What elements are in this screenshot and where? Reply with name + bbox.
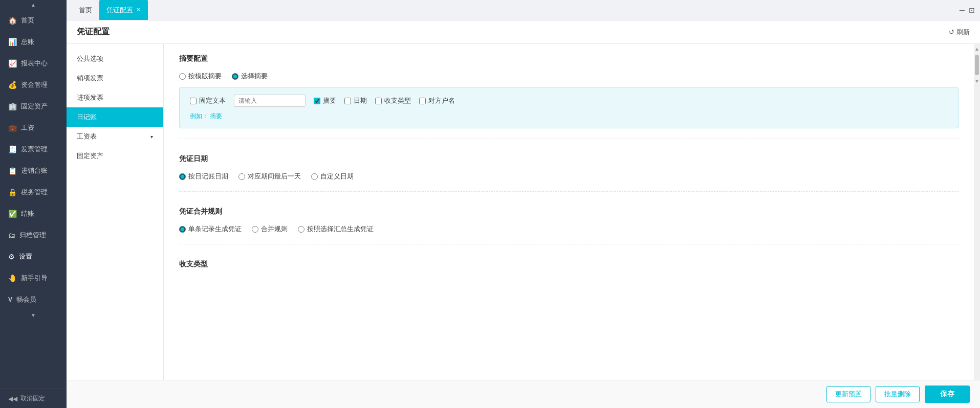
- fixed-text-checkbox[interactable]: [190, 98, 197, 104]
- merge-by-selection[interactable]: 按照选择汇总生成凭证: [298, 224, 374, 234]
- sidebar-item-salary[interactable]: 💼 工资: [0, 117, 67, 139]
- income-type-label: 收支类型: [384, 96, 411, 105]
- scroll-thumb[interactable]: [975, 55, 979, 75]
- sidebar-item-label: 报表中心: [21, 59, 48, 68]
- content-area: 公共选项 销项发票 进项发票 日记账 工资表 ▾ 固定资产: [67, 44, 980, 380]
- refresh-button[interactable]: ↺ 刷新: [949, 28, 970, 37]
- date-by-period[interactable]: 对应期间最后一天: [238, 172, 301, 181]
- left-nav-public[interactable]: 公共选项: [67, 49, 163, 69]
- sidebar-item-home[interactable]: 🏠 首页: [0, 10, 67, 31]
- sidebar-item-vip[interactable]: V 畅会员: [0, 289, 67, 310]
- field-date[interactable]: 日期: [344, 96, 367, 105]
- abstract-template-radio[interactable]: [179, 73, 186, 80]
- date-checkbox[interactable]: [344, 98, 351, 104]
- date-period-radio[interactable]: [238, 173, 245, 180]
- close-accounts-icon: ✅: [8, 210, 17, 218]
- field-income-type[interactable]: 收支类型: [375, 96, 411, 105]
- field-fixed-text[interactable]: 固定文本: [190, 96, 226, 105]
- sidebar-item-archive[interactable]: 🗂 归档管理: [0, 224, 67, 246]
- date-journal-radio[interactable]: [179, 173, 186, 180]
- sidebar-item-label: 新手引导: [21, 274, 48, 283]
- outer-scrollbar[interactable]: ▲ ▼: [974, 44, 980, 380]
- tab-home[interactable]: 首页: [72, 0, 99, 20]
- date-period-label: 对应期间最后一天: [248, 172, 301, 181]
- guide-icon: 🤚: [8, 274, 17, 282]
- left-nav-journal[interactable]: 日记账: [67, 107, 163, 127]
- abstract-checkbox[interactable]: [314, 98, 320, 104]
- date-label: 日期: [354, 96, 367, 105]
- abstract-mode-template[interactable]: 按模版摘要: [179, 72, 222, 81]
- sidebar-item-invoice[interactable]: 🧾 发票管理: [0, 139, 67, 160]
- sidebar-item-sales[interactable]: 📋 进销台账: [0, 160, 67, 182]
- sidebar-item-label: 首页: [21, 16, 34, 25]
- merge-selection-radio[interactable]: [298, 226, 304, 233]
- sidebar-item-ledger[interactable]: 📊 总账: [0, 31, 67, 53]
- date-custom-radio[interactable]: [311, 173, 318, 180]
- left-nav-public-label: 公共选项: [77, 54, 103, 63]
- abstract-label: 摘要: [323, 96, 336, 105]
- abstract-config-box: 固定文本 摘要 日期: [179, 87, 959, 128]
- date-custom-label: 自定义日期: [320, 172, 354, 181]
- tab-minimize-button[interactable]: ─: [960, 6, 965, 14]
- counterpart-checkbox[interactable]: [419, 98, 426, 104]
- settings-icon: ⚙: [8, 253, 15, 261]
- abstract-template-label: 按模版摘要: [188, 72, 222, 81]
- left-nav-payroll[interactable]: 工资表 ▾: [67, 127, 163, 146]
- batch-delete-button[interactable]: 批量删除: [876, 386, 920, 402]
- field-counterpart[interactable]: 对方户名: [419, 96, 455, 105]
- sidebar-item-assets[interactable]: 🏢 固定资产: [0, 96, 67, 117]
- finance-icon: 💰: [8, 81, 17, 89]
- left-nav-purchase-invoice[interactable]: 进项发票: [67, 88, 163, 107]
- sidebar-item-settings[interactable]: ⚙ 设置: [0, 246, 67, 267]
- abstract-select-radio[interactable]: [232, 73, 238, 80]
- left-nav-sales-invoice[interactable]: 销项发票: [67, 69, 163, 88]
- scroll-up-arrow[interactable]: ▲: [974, 44, 980, 54]
- date-by-journal[interactable]: 按日记账日期: [179, 172, 228, 181]
- income-type-title: 收支类型: [179, 260, 959, 269]
- income-type-checkbox[interactable]: [375, 98, 382, 104]
- sidebar-item-tax[interactable]: 🔒 税务管理: [0, 182, 67, 203]
- invoice-icon: 🧾: [8, 145, 17, 153]
- voucher-date-section: 凭证日期 按日记账日期 对应期间最后一天 自定义日期: [179, 154, 959, 192]
- sidebar-item-label: 工资: [21, 123, 34, 132]
- fixed-text-input[interactable]: [234, 95, 306, 107]
- tab-maximize-button[interactable]: ⊡: [969, 6, 975, 14]
- sidebar-item-label: 结账: [21, 209, 34, 218]
- field-abstract[interactable]: 摘要: [314, 96, 336, 105]
- left-nav-fixed-assets[interactable]: 固定资产: [67, 146, 163, 166]
- merge-single-radio[interactable]: [179, 226, 186, 233]
- home-icon: 🏠: [8, 16, 17, 25]
- report-icon: 📈: [8, 59, 17, 67]
- sidebar-item-label: 资金管理: [21, 80, 48, 89]
- merge-rule-radio[interactable]: [252, 226, 258, 233]
- merge-rules-title: 凭证合并规则: [179, 207, 959, 216]
- tab-voucher[interactable]: 凭证配置 ✕: [99, 0, 148, 20]
- preview-value: 摘要: [210, 112, 222, 120]
- date-custom[interactable]: 自定义日期: [311, 172, 354, 181]
- sidebar-item-guide[interactable]: 🤚 新手引导: [0, 267, 67, 289]
- salary-icon: 💼: [8, 124, 17, 132]
- scroll-down-arrow[interactable]: ▼: [974, 76, 980, 86]
- left-nav-sales-invoice-label: 销项发票: [77, 74, 103, 83]
- update-preset-button[interactable]: 更新预置: [826, 386, 870, 402]
- sidebar-item-report[interactable]: 📈 报表中心: [0, 53, 67, 74]
- tab-close-icon[interactable]: ✕: [136, 7, 141, 13]
- assets-icon: 🏢: [8, 102, 17, 110]
- abstract-mode-select[interactable]: 选择摘要: [232, 72, 268, 81]
- sidebar-item-finance[interactable]: 💰 资金管理: [0, 74, 67, 96]
- sidebar-item-label: 发票管理: [21, 145, 48, 154]
- merge-single[interactable]: 单条记录生成凭证: [179, 224, 242, 234]
- abstract-mode-group: 按模版摘要 选择摘要: [179, 72, 959, 81]
- left-nav-purchase-invoice-label: 进项发票: [77, 93, 103, 102]
- sidebar-item-close[interactable]: ✅ 结账: [0, 203, 67, 224]
- sidebar-scroll-down[interactable]: ▼: [0, 310, 67, 320]
- merge-rule[interactable]: 合并规则: [252, 224, 288, 234]
- merge-single-label: 单条记录生成凭证: [188, 224, 242, 234]
- sidebar-unpin-button[interactable]: ◀◀ 取消固定: [0, 389, 67, 408]
- income-type-section: 收支类型: [179, 260, 959, 287]
- tab-actions: ─ ⊡: [960, 6, 975, 14]
- sidebar-item-label: 税务管理: [21, 188, 48, 197]
- sidebar-scroll-up[interactable]: ▲: [0, 0, 67, 10]
- sidebar-item-label: 进销台账: [21, 166, 48, 175]
- save-button[interactable]: 保存: [925, 386, 970, 403]
